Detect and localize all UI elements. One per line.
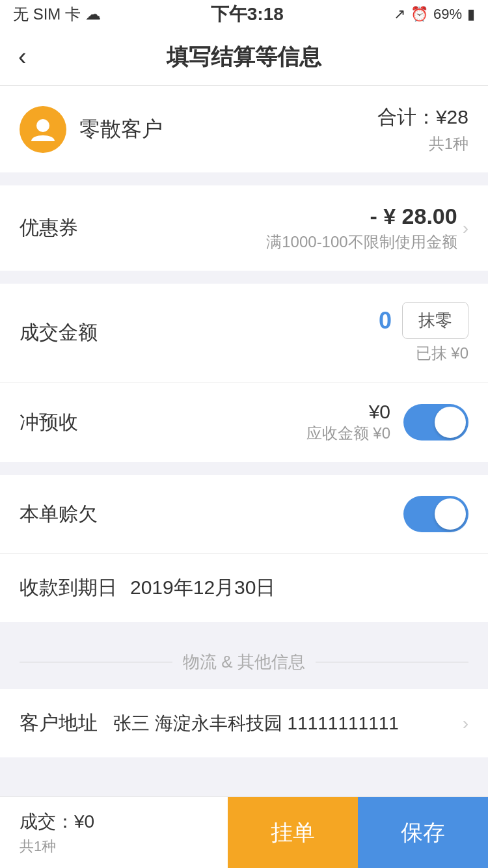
- customer-right: 合计：¥28 共1种: [377, 104, 468, 154]
- transaction-sub: 已抹 ¥0: [416, 343, 468, 364]
- bottom-info: 成交：¥0 共1种: [0, 809, 228, 856]
- bottom-deal-amount: 成交：¥0: [20, 809, 208, 834]
- round-button[interactable]: 抹零: [402, 302, 468, 339]
- precollection-values: ¥0 应收金额 ¥0: [306, 401, 390, 444]
- transaction-row: 成交金额 0 抹零 已抹 ¥0: [0, 284, 488, 383]
- svg-point-0: [36, 119, 49, 132]
- transaction-right: 0 抹零 已抹 ¥0: [314, 302, 468, 364]
- coupon-desc: 满1000-100不限制使用金额: [266, 232, 457, 252]
- alarm-icon: ⏰: [411, 6, 428, 23]
- battery-level: 69%: [433, 6, 462, 23]
- status-left: 无 SIM 卡 ☁: [13, 4, 101, 25]
- customer-avatar: [20, 106, 66, 153]
- total-count: 共1种: [377, 133, 468, 154]
- bottom-bar: 成交：¥0 共1种 挂单 保存: [0, 796, 488, 868]
- nav-bar: ‹ 填写结算等信息: [0, 29, 488, 86]
- customer-name: 零散客户: [79, 115, 163, 144]
- total-amount: 合计：¥28: [377, 104, 468, 131]
- due-date-value: 2019年12月30日: [130, 575, 275, 601]
- precollection-sub-value: 应收金额 ¥0: [306, 423, 390, 444]
- overdue-toggle[interactable]: [403, 496, 468, 532]
- status-right: ↗ ⏰ 69% ▮: [394, 6, 475, 23]
- bottom-count: 共1种: [20, 837, 208, 856]
- overdue-label: 本单赊欠: [20, 501, 98, 528]
- address-label: 客户地址: [20, 710, 98, 737]
- coupon-discount: - ¥ 28.00: [266, 204, 457, 229]
- sim-status: 无 SIM 卡 ☁: [13, 4, 101, 25]
- coupon-right: - ¥ 28.00 满1000-100不限制使用金额: [266, 204, 457, 252]
- content-area: 零散客户 合计：¥28 共1种 优惠券 - ¥ 28.00 满1000-100不…: [0, 86, 488, 848]
- due-date-label: 收款到期日: [20, 575, 117, 601]
- precollection-row: 冲预收 ¥0 应收金额 ¥0: [0, 383, 488, 462]
- precollection-main-value: ¥0: [306, 401, 390, 423]
- logistics-section-label: 物流 & 其他信息: [183, 651, 305, 673]
- divider-line-left: [20, 662, 172, 662]
- transaction-input[interactable]: 0: [314, 307, 392, 334]
- save-button[interactable]: 保存: [358, 797, 488, 868]
- precollection-right: ¥0 应收金额 ¥0: [306, 401, 468, 444]
- battery-icon: ▮: [467, 6, 475, 23]
- transaction-label: 成交金额: [20, 319, 98, 346]
- bottom-deal-label: 成交：: [20, 811, 74, 832]
- customer-row: 零散客户 合计：¥28 共1种: [0, 86, 488, 172]
- bottom-buttons: 挂单 保存: [228, 797, 488, 868]
- divider-line-right: [316, 662, 468, 662]
- status-bar: 无 SIM 卡 ☁ 下午3:18 ↗ ⏰ 69% ▮: [0, 0, 488, 29]
- customer-left: 零散客户: [20, 106, 163, 153]
- back-button[interactable]: ‹: [18, 43, 27, 71]
- address-value: 张三 海淀永丰科技园 11111111111: [113, 711, 457, 736]
- precollection-toggle[interactable]: [403, 404, 468, 441]
- transaction-section: 成交金额 0 抹零 已抹 ¥0 冲预收 ¥0 应收金额 ¥0: [0, 284, 488, 462]
- bottom-deal-value: ¥0: [74, 811, 94, 832]
- overdue-toggle-thumb: [435, 498, 466, 530]
- due-date-row: 收款到期日 2019年12月30日: [0, 554, 488, 622]
- address-chevron-icon: ›: [463, 713, 468, 734]
- coupon-row[interactable]: 优惠券 - ¥ 28.00 满1000-100不限制使用金额 ›: [0, 185, 488, 271]
- person-icon: [29, 115, 57, 144]
- coupon-chevron-icon: ›: [463, 218, 468, 239]
- location-icon: ↗: [394, 6, 405, 23]
- overdue-row: 本单赊欠: [0, 475, 488, 554]
- coupon-label: 优惠券: [20, 215, 78, 241]
- overdue-section: 本单赊欠 收款到期日 2019年12月30日: [0, 475, 488, 622]
- precollection-label: 冲预收: [20, 409, 78, 436]
- coupon-section: 优惠券 - ¥ 28.00 满1000-100不限制使用金额 ›: [0, 185, 488, 271]
- hold-button[interactable]: 挂单: [228, 797, 358, 868]
- logistics-divider: 物流 & 其他信息: [0, 635, 488, 689]
- status-time: 下午3:18: [211, 2, 284, 27]
- address-row[interactable]: 客户地址 张三 海淀永丰科技园 11111111111 ›: [0, 689, 488, 757]
- toggle-thumb: [435, 407, 466, 438]
- page-title: 填写结算等信息: [167, 42, 321, 72]
